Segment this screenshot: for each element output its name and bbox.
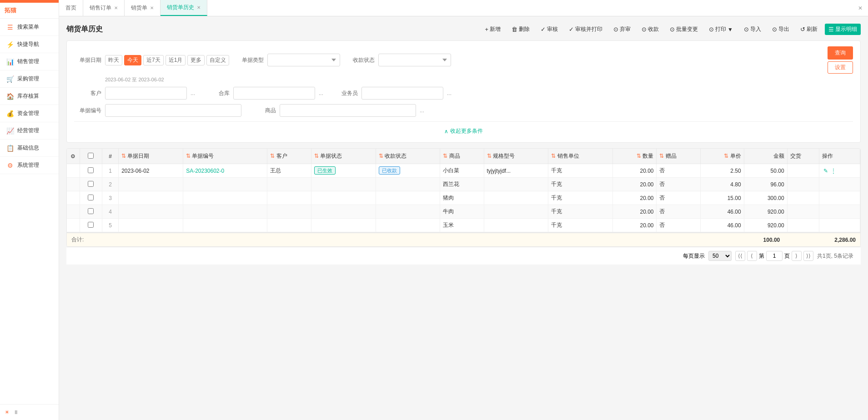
import-button[interactable]: ⊙ 导入 (740, 24, 765, 35)
set-button[interactable]: 设置 (828, 61, 853, 74)
settings-col-header[interactable]: ⚙ (67, 149, 80, 164)
page-size-select[interactable]: 50 100 200 (708, 251, 732, 261)
row-gift: 否 (657, 164, 700, 178)
sidebar-footer-icon1[interactable]: ☀ (5, 409, 10, 415)
tab-sales-order-close[interactable]: ✕ (114, 5, 118, 10)
print-dropdown-icon: ▼ (728, 26, 733, 33)
collapse-button[interactable]: ∧ 收起更多条件 (441, 125, 487, 137)
customer-col-header[interactable]: ⇅ 客户 (267, 149, 311, 164)
sidebar-item-finance[interactable]: 💰 资金管理 (0, 105, 59, 122)
row-checkbox-cell[interactable] (80, 191, 102, 205)
audit-print-button[interactable]: ✓ 审核并打印 (565, 24, 606, 35)
row-checkbox-cell[interactable] (80, 205, 102, 219)
filter-doc-type-select[interactable] (267, 54, 340, 66)
audit-button[interactable]: ✓ 审核 (537, 24, 562, 35)
sidebar-item-inventory[interactable]: 🏠 库存核算 (0, 88, 59, 105)
refresh-label: 刷新 (807, 25, 818, 33)
page-next-btn[interactable]: ⟩ (792, 251, 802, 261)
sidebar-item-operations[interactable]: 📈 经营管理 (0, 122, 59, 140)
print-button[interactable]: ⊙ 打印 ▼ (705, 24, 737, 35)
doc-date-col-header[interactable]: ⇅ 单据日期 (119, 149, 183, 164)
checkbox-col-header[interactable] (80, 149, 102, 164)
row-checkbox[interactable] (88, 195, 94, 200)
page-last-btn[interactable]: ⟩⟩ (803, 251, 813, 261)
sidebar-item-label: 经营管理 (17, 127, 39, 135)
show-detail-button[interactable]: ☰ 显示明细 (825, 24, 861, 35)
filter-staff-input[interactable] (361, 87, 443, 100)
tab-sales-delivery[interactable]: 销货单 ✕ (125, 0, 161, 16)
date-btn-1month[interactable]: 近1月 (166, 55, 186, 65)
page-input[interactable] (766, 251, 783, 261)
date-btn-today[interactable]: 今天 (124, 55, 141, 65)
table-row: 4 牛肉 千克 20.00 否 46.00 920.00 (67, 205, 860, 219)
select-all-checkbox[interactable] (88, 153, 94, 159)
row-doc-status (311, 219, 376, 232)
sidebar-item-sys-mgmt[interactable]: ⚙ 系统管理 (0, 157, 59, 174)
filter-doc-no: 单据编号 (74, 104, 241, 117)
filter-collect-status-select[interactable] (378, 54, 451, 66)
page-prev-btn[interactable]: ⟨ (747, 251, 757, 261)
export-button[interactable]: ⊙ 导出 (768, 24, 793, 35)
row-checkbox[interactable] (88, 167, 94, 173)
filter-goods-dots[interactable]: ... (420, 107, 424, 114)
add-label: 新增 (490, 25, 501, 33)
filter-customer-input[interactable] (105, 87, 187, 100)
date-btn-7days[interactable]: 近7天 (143, 55, 164, 65)
row-checkbox[interactable] (88, 181, 94, 187)
goods-col-header[interactable]: ⇅ 商品 (440, 149, 484, 164)
filter-goods-label: 商品 (249, 107, 276, 115)
row-checkbox[interactable] (88, 208, 94, 214)
audit-print-label: 审核并打印 (575, 25, 602, 33)
collect-status-col-header[interactable]: ⇅ 收款状态 (376, 149, 440, 164)
date-btn-more[interactable]: 更多 (187, 55, 205, 65)
date-btn-custom[interactable]: 自定义 (206, 55, 229, 65)
sales-unit-col-header[interactable]: ⇅ 销售单位 (548, 149, 613, 164)
query-button[interactable]: 查询 (828, 46, 853, 60)
doc-no-col-header[interactable]: ⇅ 单据编号 (183, 149, 267, 164)
gift-col-header[interactable]: ⇅ 赠品 (657, 149, 700, 164)
row-checkbox-cell[interactable] (80, 178, 102, 191)
qty-col-header[interactable]: ⇅ 数量 (613, 149, 657, 164)
tab-home[interactable]: 首页 (59, 0, 83, 16)
filter-staff-dots[interactable]: ... (447, 90, 452, 96)
refresh-button[interactable]: ↺ 刷新 (797, 24, 821, 35)
sidebar-item-purchase-mgmt[interactable]: 🛒 采购管理 (0, 70, 59, 88)
table-row: 2 西兰花 千克 20.00 否 4.80 96.00 (67, 178, 860, 191)
sidebar-item-base-info[interactable]: 📋 基础信息 (0, 140, 59, 157)
sidebar-footer-icon2[interactable]: ⏸ (13, 409, 19, 415)
doc-status-col-header[interactable]: ⇅ 单据状态 (311, 149, 376, 164)
filter-doc-no-input[interactable] (105, 104, 241, 117)
doc-date-sort-icon: ⇅ (121, 153, 126, 159)
tab-close-all[interactable]: ✕ (853, 5, 868, 11)
page-first-btn[interactable]: ⟨⟨ (735, 251, 745, 261)
filter-warehouse-dots[interactable]: ... (319, 90, 323, 96)
row-checkbox-cell[interactable] (80, 164, 102, 178)
abandon-button[interactable]: ⊙ 弃审 (610, 24, 634, 35)
add-button[interactable]: + 新增 (482, 24, 505, 35)
tab-sales-history[interactable]: 销货单历史 ✕ (161, 0, 207, 16)
tab-sales-order[interactable]: 销售订单 ✕ (83, 0, 125, 16)
sidebar-item-search-menu[interactable]: ☰ 搜索菜单 (0, 19, 59, 36)
edit-action[interactable]: ✎ (822, 168, 829, 174)
spec-col-header[interactable]: ⇅ 规格型号 (484, 149, 548, 164)
delete-button[interactable]: 🗑 删除 (508, 24, 533, 35)
row-doc-no (183, 205, 267, 219)
tab-sales-history-close[interactable]: ✕ (197, 5, 201, 10)
tab-sales-delivery-close[interactable]: ✕ (150, 5, 154, 10)
batch-change-button[interactable]: ⊙ 批量变更 (666, 24, 702, 35)
filter-warehouse-input[interactable] (233, 87, 315, 100)
date-btn-yesterday[interactable]: 昨天 (105, 55, 122, 65)
sidebar-item-sales-mgmt[interactable]: 📊 销售管理 (0, 53, 59, 70)
row-doc-no (183, 191, 267, 205)
row-checkbox[interactable] (88, 222, 94, 228)
unit-price-col-header[interactable]: ⇅ 单价 (700, 149, 744, 164)
filter-goods-input[interactable] (280, 104, 416, 117)
qty-sort-icon: ⇅ (637, 153, 641, 159)
filter-customer-dots[interactable]: ... (191, 90, 195, 96)
collapse-row: ∧ 收起更多条件 (74, 121, 853, 137)
more-action[interactable]: ⋮ (829, 168, 838, 174)
sidebar-item-quick-nav[interactable]: ⚡ 快捷导航 (0, 36, 59, 53)
row-checkbox-cell[interactable] (80, 219, 102, 232)
collect-button[interactable]: ⊙ 收款 (638, 24, 662, 35)
page-header: 销货单历史 + 新增 🗑 删除 ✓ 审核 ✓ 审核并打印 (66, 24, 861, 35)
